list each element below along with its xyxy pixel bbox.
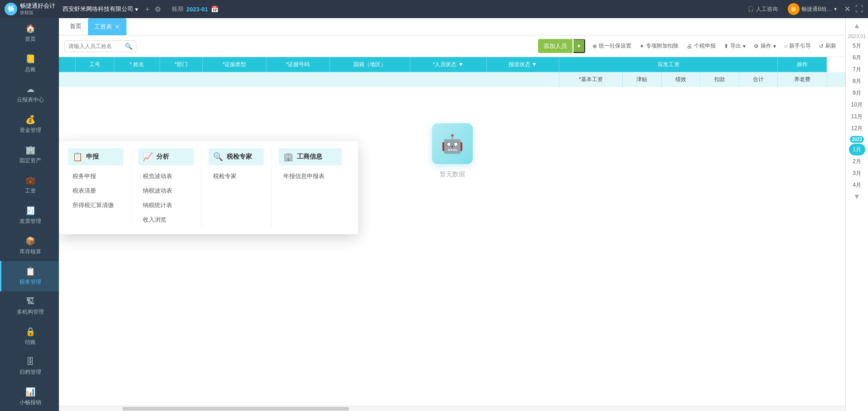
sidebar-item-home[interactable]: 🏠 首页 [0,18,59,48]
timeline-2022-6月[interactable]: 6月 [849,52,865,63]
search-input[interactable] [68,43,123,49]
timeline-down-arrow[interactable]: ▼ [852,191,863,203]
col-sendstatus: 报送状态 ▼ [486,57,559,72]
settings-icon[interactable]: ⚙ [153,5,163,14]
sidebar-icon-ledger: 📒 [25,54,35,64]
dropdown-header-tax-expert: 🔍 税检专家 [209,148,264,165]
dropdown-label-biz-info: 工商信息 [297,153,322,161]
sidebar-item-report[interactable]: 📊 小畅报销 [0,382,59,411]
action-icon-special-deduction: ✦ [640,43,644,49]
timeline-2022-12月[interactable]: 12月 [849,122,865,134]
toolbar-action-social-security[interactable]: ⊕ 统一社保设置 [589,40,635,52]
dropdown-header-analysis: 📈 分析 [138,148,194,165]
timeline-2022-10月[interactable]: 10月 [849,99,865,111]
scroll-thumb[interactable] [122,407,349,411]
timeline-2022-9月[interactable]: 9月 [849,87,865,99]
action-icon-export: ⬆ [724,43,728,49]
timeline-2023-1月[interactable]: 1月 [849,144,865,155]
dropdown-item-income-browse[interactable]: 收入浏览 [138,213,194,227]
logo-area: 畅 畅捷通好会计 旗舰版 [5,2,59,16]
timeline-2023-3月[interactable]: 3月 [849,167,865,179]
dropdown-item-tax-stat[interactable]: 纳税统计表 [138,198,194,213]
sidebar-item-ledger[interactable]: 📒 总账 [0,48,59,79]
timeline-2022-5月[interactable]: 5月 [849,40,865,52]
dropdown-icon-analysis: 📈 [143,152,153,162]
dropdown-item-tax-list[interactable]: 税表清册 [68,184,123,198]
dropdown-item-income-calc[interactable]: 所得税汇算清缴 [68,198,123,213]
dropdown-item-tax-check[interactable]: 税检专家 [209,169,264,184]
add-company-button[interactable]: ＋ [142,5,153,14]
window-close-button[interactable]: ✕ [844,4,851,14]
action-icon-operate: ⚙ [754,43,759,49]
table-sub-header-row: *基本工资 津贴 绩效 扣款 合计 养老费 [59,72,845,87]
sidebar: 🏠 首页📒 总账☁ 云报表中心💰 资金管理🏢 固定资产💼 工资🧾 发票管理📦 库… [0,18,59,411]
sub-deduction: 扣款 [700,72,739,87]
dropdown-section-tax-expert: 🔍 税检专家 税检专家 [209,148,272,227]
bottom-scrollbar[interactable] [59,406,845,411]
sidebar-icon-cloud: ☁ [26,84,34,94]
toolbar-action-operate[interactable]: ⚙ 操作▾ [750,40,780,52]
sidebar-item-close[interactable]: 🔒 结账 [0,321,59,352]
sidebar-item-cloud[interactable]: ☁ 云报表中心 [0,79,59,109]
toolbar-action-guide[interactable]: ○ 新手引导 [781,40,815,52]
dropdown-label-tax-expert: 税检专家 [227,153,252,161]
app-name: 畅捷通好会计 [20,2,55,10]
sidebar-item-multi[interactable]: 🏗 多机构管理 [0,291,59,321]
company-selector[interactable]: 西安虾米网络科技有限公司 ▾ [59,3,142,15]
toolbar-action-special-deduction[interactable]: ✦ 专项附加扣除 [636,40,682,52]
timeline-2022-7月[interactable]: 7月 [849,63,865,75]
search-area: 🔍 [64,40,136,52]
toolbar-action-tax-report[interactable]: 🖨 个税申报 [683,40,719,52]
tab-payroll-tab[interactable]: 工资表✕ [88,18,126,35]
user-area[interactable]: 畅 畅捷通B组… ▾ [785,1,839,17]
avatar: 畅 [788,3,800,15]
dropdown-item-annual-report[interactable]: 年报信息申报表 [279,169,342,184]
user-name: 畅捷通B组… [801,5,832,13]
tab-home-tab[interactable]: 首页 [63,18,88,35]
sidebar-label-invoice: 发票管理 [19,218,41,225]
col-country: 国籍（地区） [330,57,410,72]
sidebar-label-inventory: 库存核算 [19,248,41,256]
sub-oper-spacer [827,72,845,87]
sidebar-item-archive[interactable]: 🗄 归档管理 [0,352,59,382]
service-btn[interactable]: 🎧 人工咨询 [745,4,781,15]
sidebar-item-payroll[interactable]: 💼 工资 [0,170,59,200]
dropdown-label-declaration: 申报 [86,153,99,161]
action-icon-social-security: ⊕ [592,43,597,49]
sidebar-icon-tax: 📋 [25,266,35,276]
sidebar-item-inventory[interactable]: 📦 库存核算 [0,231,59,261]
dropdown-item-tax-declare[interactable]: 税务申报 [68,169,123,184]
toolbar-action-refresh[interactable]: ↺ 刷新 [815,40,840,52]
prev-year-label: 2023.01 [848,34,866,39]
dropdown-item-tax-payment[interactable]: 纳税波动表 [138,184,194,198]
service-label: 人工咨询 [756,5,778,13]
add-person-button[interactable]: 添加人员 [538,39,572,53]
timeline-up-arrow[interactable]: ▲ [852,20,863,32]
timeline-2022-11月[interactable]: 11月 [849,111,865,122]
calendar-icon[interactable]: 📅 [211,5,218,13]
timeline-2023-2月[interactable]: 2月 [849,155,865,167]
timeline-2023-4月[interactable]: 4月 [849,179,865,191]
sidebar-label-ledger: 总账 [25,66,36,73]
sidebar-icon-invoice: 🧾 [25,206,35,216]
sidebar-icon-close: 🔒 [25,327,35,337]
toolbar-action-export[interactable]: ⬆ 导出▾ [720,40,749,52]
company-dropdown-icon: ▾ [135,6,138,13]
sub-allowance: 津贴 [623,72,662,87]
action-icon-guide: ○ [784,43,787,49]
window-maximize-button[interactable]: ⛶ [855,5,863,14]
sidebar-item-fund[interactable]: 💰 资金管理 [0,109,59,140]
year-2023-label: 2023 [850,136,863,143]
add-person-caret[interactable]: ▾ [573,39,585,53]
action-caret-operate: ▾ [773,43,776,49]
sidebar-item-invoice[interactable]: 🧾 发票管理 [0,200,59,231]
dropdown-item-tax-burden[interactable]: 税负波动表 [138,169,194,184]
timeline-2022-8月[interactable]: 8月 [849,75,865,87]
dropdown-section-analysis: 📈 分析 税负波动表纳税波动表纳税统计表收入浏览 [138,148,201,227]
sidebar-item-asset[interactable]: 🏢 固定资产 [0,140,59,170]
sidebar-item-tax[interactable]: 📋 税务管理 [0,261,59,291]
search-icon[interactable]: 🔍 [125,43,132,50]
tab-close-payroll-tab[interactable]: ✕ [115,23,120,30]
sidebar-icon-payroll: 💼 [25,175,35,185]
sub-base-salary: *基本工资 [559,72,622,87]
